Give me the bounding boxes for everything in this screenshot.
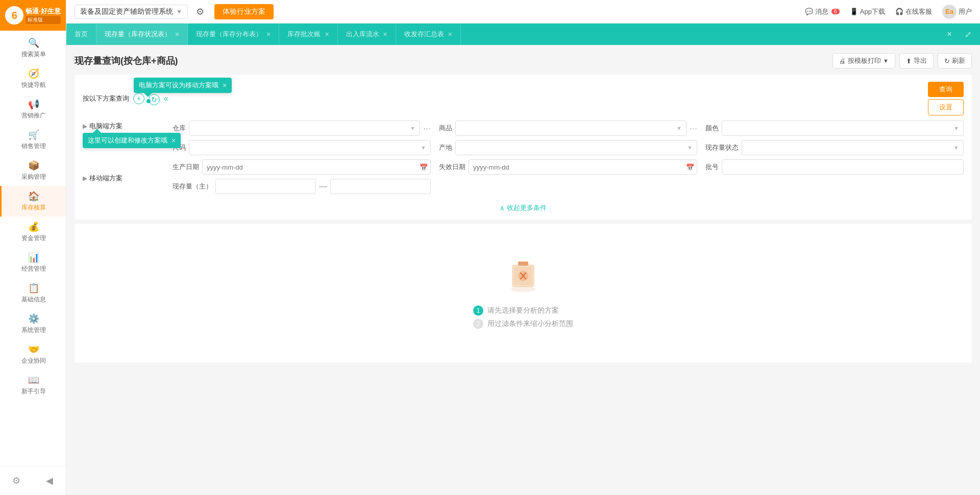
stock-main-from-input[interactable] bbox=[215, 179, 316, 194]
filter-cell-warehouse: 仓库 ▼ ··· bbox=[173, 121, 431, 136]
tab-bar-right: × ⤢ bbox=[942, 23, 980, 45]
expiry-date-input-wrap: 📅 bbox=[469, 159, 697, 175]
size-select[interactable]: ▼ bbox=[189, 140, 431, 155]
sidebar-item-collab[interactable]: 🤝 企业协同 bbox=[0, 339, 66, 370]
filter-cell-prod-date: 生产日期 📅 bbox=[173, 159, 431, 175]
tab-close-inventory-status[interactable]: × bbox=[175, 30, 179, 38]
filter-add-scheme-btn[interactable]: ＋ bbox=[133, 93, 144, 104]
color-select[interactable]: ▼ bbox=[722, 121, 964, 136]
online-support-btn[interactable]: 🎧 在线客服 bbox=[895, 7, 932, 16]
color-label: 颜色 bbox=[705, 124, 719, 133]
sidebar-nav: 🔍 搜索菜单 🧭 快捷导航 📢 营销推广 🛒 销售管理 📦 采购管理 🏠 库存核… bbox=[0, 31, 66, 466]
refresh-icon: ↻ bbox=[944, 57, 950, 65]
tooltip-mobile-scheme: 电脑方案可设为移动方案哦 × bbox=[134, 78, 232, 93]
tab-close-all-btn[interactable]: × bbox=[942, 27, 957, 41]
empty-step-2: 2 用过滤条件来缩小分析范围 bbox=[473, 319, 573, 329]
print-arrow-icon: ▼ bbox=[883, 58, 889, 64]
settings-bottom-btn[interactable]: ⚙ bbox=[7, 472, 26, 490]
tab-fullscreen-btn[interactable]: ⤢ bbox=[961, 27, 975, 41]
goods-select[interactable]: ▼ bbox=[455, 121, 687, 136]
user-menu-btn[interactable]: Ea 用户 bbox=[942, 5, 972, 19]
sidebar-item-system[interactable]: ⚙️ 系统管理 bbox=[0, 309, 66, 339]
origin-input-wrap: ▼ bbox=[455, 140, 697, 155]
filter-header-row: 按以下方案查询 ＋ ↻ « 电脑方案可设为移动方案哦 × 查询 设置 bbox=[83, 82, 964, 115]
batch-no-input[interactable] bbox=[722, 159, 964, 175]
tab-inout-flow-label: 出入库流水 bbox=[346, 30, 379, 39]
messages-btn[interactable]: 💬 消息 6 bbox=[805, 7, 840, 16]
sidebar-item-finance[interactable]: 💰 资金管理 bbox=[0, 217, 66, 247]
collapse-filter-btn[interactable]: ∧ 收起更多条件 bbox=[83, 200, 964, 216]
logo-text: 畅通·好生意 标准版 bbox=[26, 7, 61, 24]
sidebar-item-basic[interactable]: 📋 基础信息 bbox=[0, 278, 66, 309]
system-icon: ⚙️ bbox=[28, 313, 39, 324]
warehouse-more-icon[interactable]: ··· bbox=[423, 123, 431, 134]
origin-select[interactable]: ▼ bbox=[455, 140, 697, 155]
scheme-section: ▶ 电脑端方案 这里可以创建和修改方案哦 × ▶ 移动端方案 bbox=[83, 121, 964, 196]
filter-cell-color: 颜色 ▼ bbox=[705, 121, 964, 136]
app-download-btn[interactable]: 📱 App下载 bbox=[850, 7, 885, 16]
tab-home[interactable]: 首页 bbox=[66, 23, 96, 45]
warehouse-label: 仓库 bbox=[173, 124, 186, 133]
prod-date-from-input[interactable] bbox=[202, 159, 431, 175]
tooltip-mobile-close-btn[interactable]: × bbox=[223, 81, 227, 89]
tab-inventory-status-label: 现存量（库存状况表） bbox=[105, 30, 171, 39]
refresh-btn[interactable]: ↻ 刷新 bbox=[938, 53, 972, 68]
sidebar-item-marketing[interactable]: 📢 营销推广 bbox=[0, 94, 66, 125]
tab-inventory-status[interactable]: 现存量（库存状况表） × bbox=[96, 23, 188, 45]
system-selector-arrow-icon: ▼ bbox=[176, 8, 182, 15]
tooltip-create-scheme: 这里可以创建和修改方案哦 × bbox=[83, 133, 181, 148]
filter-cell-stock-main: 现存量（主） — bbox=[173, 179, 431, 194]
stock-main-label: 现存量（主） bbox=[173, 182, 212, 191]
sidebar-item-sales[interactable]: 🛒 销售管理 bbox=[0, 125, 66, 155]
export-btn[interactable]: ⬆ 导出 bbox=[899, 53, 934, 68]
sidebar-item-purchase[interactable]: 📦 采购管理 bbox=[0, 155, 66, 186]
tooltip-mobile-scheme-text: 电脑方案可设为移动方案哦 bbox=[139, 81, 218, 90]
tab-inventory-dist[interactable]: 现存量（库存分布表） × bbox=[188, 23, 279, 45]
stock-main-range: — bbox=[215, 179, 431, 194]
scheme-mobile-item-wrap: ▶ 移动端方案 bbox=[83, 173, 164, 184]
stock-status-select[interactable]: ▼ bbox=[742, 140, 964, 155]
empty-steps: 1 请先选择要分析的方案 2 用过滤条件来缩小分析范围 bbox=[473, 305, 573, 332]
reset-btn[interactable]: 设置 bbox=[928, 99, 964, 115]
stock-main-to-input[interactable] bbox=[330, 179, 431, 194]
search-btn[interactable]: 查询 bbox=[928, 82, 964, 97]
sidebar: 6 畅通·好生意 标准版 🔍 搜索菜单 🧭 快捷导航 📢 营销推广 🛒 销售管理… bbox=[0, 0, 66, 495]
filter-cell-stock-status: 现存量状态 ▼ bbox=[705, 140, 964, 155]
expiry-date-from-input[interactable] bbox=[469, 159, 697, 175]
sidebar-item-guide[interactable]: 📖 新手引导 bbox=[0, 370, 66, 400]
sidebar-item-quicknav[interactable]: 🧭 快捷导航 bbox=[0, 63, 66, 94]
empty-step-1: 1 请先选择要分析的方案 bbox=[473, 305, 573, 316]
collapse-sidebar-btn[interactable]: ◀ bbox=[40, 472, 59, 490]
filter-header-label: 按以下方案查询 bbox=[83, 94, 129, 103]
goods-more-icon[interactable]: ··· bbox=[690, 123, 697, 134]
sidebar-item-ops[interactable]: 📊 经营管理 bbox=[0, 247, 66, 278]
size-input-wrap: ▼ bbox=[189, 140, 431, 155]
tab-collect-summary[interactable]: 收发存汇总表 × bbox=[396, 23, 461, 45]
prod-date-from-wrap: 📅 bbox=[202, 159, 431, 175]
filter-back-btn[interactable]: « bbox=[164, 94, 168, 103]
tab-inventory-dist-label: 现存量（库存分布表） bbox=[196, 30, 262, 39]
settings-gear-btn[interactable]: ⚙ bbox=[192, 4, 208, 20]
print-btn[interactable]: 🖨 按模板打印 ▼ bbox=[832, 53, 895, 68]
empty-illustration bbox=[503, 254, 544, 295]
marketing-icon: 📢 bbox=[28, 99, 39, 110]
search-icon: 🔍 bbox=[28, 37, 39, 49]
tab-close-collect-summary[interactable]: × bbox=[448, 30, 452, 38]
system-selector[interactable]: 装备及固定资产辅助管理系统 ▼ bbox=[75, 5, 188, 19]
experience-btn[interactable]: 体验行业方案 bbox=[214, 4, 274, 19]
sidebar-item-search[interactable]: 🔍 搜索菜单 bbox=[0, 33, 66, 63]
expiry-date-range: 📅 bbox=[469, 159, 697, 175]
page-actions: 🖨 按模板打印 ▼ ⬆ 导出 ↻ 刷新 bbox=[832, 53, 972, 68]
scheme-mobile-item[interactable]: ▶ 移动端方案 bbox=[83, 173, 164, 184]
tab-batch-account[interactable]: 库存批次账 × bbox=[279, 23, 337, 45]
svg-rect-4 bbox=[518, 262, 528, 266]
tab-close-inventory-dist[interactable]: × bbox=[266, 30, 271, 38]
print-icon: 🖨 bbox=[839, 57, 846, 65]
tab-close-inout-flow[interactable]: × bbox=[383, 30, 387, 38]
sidebar-item-inventory[interactable]: 🏠 库存核算 bbox=[0, 186, 66, 217]
tab-inout-flow[interactable]: 出入库流水 × bbox=[338, 23, 396, 45]
tab-close-batch-account[interactable]: × bbox=[325, 30, 329, 38]
warehouse-select[interactable]: ▼ bbox=[189, 121, 420, 136]
tooltip-create-scheme-text: 这里可以创建和修改方案哦 bbox=[88, 136, 167, 145]
tooltip-create-close-btn[interactable]: × bbox=[172, 136, 176, 145]
